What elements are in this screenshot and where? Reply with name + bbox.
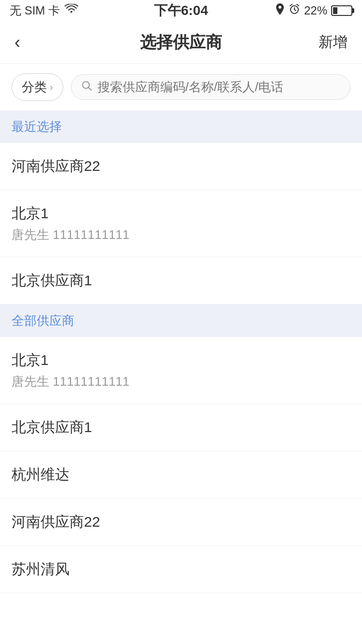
status-time: 下午6:04	[154, 1, 208, 20]
list-item[interactable]: 北京1唐先生 11111111111	[0, 190, 362, 257]
wifi-icon	[65, 4, 78, 17]
item-name: 北京1	[12, 350, 350, 370]
all-section-header: 全部供应商	[0, 305, 362, 337]
chevron-right-icon: ›	[50, 82, 53, 93]
search-input[interactable]	[97, 80, 340, 95]
location-icon	[275, 3, 285, 18]
list-item[interactable]: 河南供应商22	[0, 499, 362, 546]
page-title: 选择供应商	[140, 31, 222, 54]
back-button[interactable]: ‹	[14, 32, 43, 53]
list-item[interactable]: 北京供应商1	[0, 404, 362, 451]
item-name: 北京1	[12, 204, 350, 224]
all-list: 北京1唐先生 11111111111北京供应商1杭州维达河南供应商22苏州清风	[0, 337, 362, 593]
item-name: 杭州维达	[12, 465, 350, 485]
battery-icon	[331, 5, 352, 16]
list-item[interactable]: 北京供应商1	[0, 257, 362, 305]
category-label: 分类	[22, 79, 47, 96]
add-button[interactable]: 新增	[319, 32, 348, 52]
recent-list: 河南供应商22北京1唐先生 11111111111北京供应商1	[0, 143, 362, 305]
category-button[interactable]: 分类 ›	[12, 73, 63, 101]
item-name: 北京供应商1	[12, 418, 350, 437]
alarm-icon	[289, 3, 300, 18]
list-item[interactable]: 苏州清风	[0, 546, 362, 593]
list-item[interactable]: 河南供应商22	[0, 143, 362, 190]
list-item[interactable]: 杭州维达	[0, 451, 362, 499]
battery-percentage: 22%	[304, 4, 327, 17]
item-name: 苏州清风	[12, 560, 350, 579]
status-left: 无 SIM 卡	[10, 3, 78, 18]
item-name: 河南供应商22	[12, 512, 350, 532]
recent-section-label: 最近选择	[12, 119, 62, 134]
filter-row: 分类 ›	[0, 64, 362, 111]
status-bar: 无 SIM 卡 下午6:04 22%	[0, 0, 362, 21]
item-sub: 唐先生 11111111111	[12, 226, 350, 243]
list-item[interactable]: 北京1唐先生 11111111111	[0, 337, 362, 404]
all-section-label: 全部供应商	[12, 313, 74, 328]
recent-section-header: 最近选择	[0, 111, 362, 143]
item-sub: 唐先生 11111111111	[12, 373, 350, 390]
item-name: 北京供应商1	[12, 271, 350, 291]
item-name: 河南供应商22	[12, 156, 350, 176]
search-icon	[81, 80, 93, 95]
no-sim-text: 无 SIM 卡	[10, 3, 60, 18]
search-box[interactable]	[71, 74, 350, 100]
nav-bar: ‹ 选择供应商 新增	[0, 21, 362, 64]
status-right: 22%	[275, 3, 352, 18]
